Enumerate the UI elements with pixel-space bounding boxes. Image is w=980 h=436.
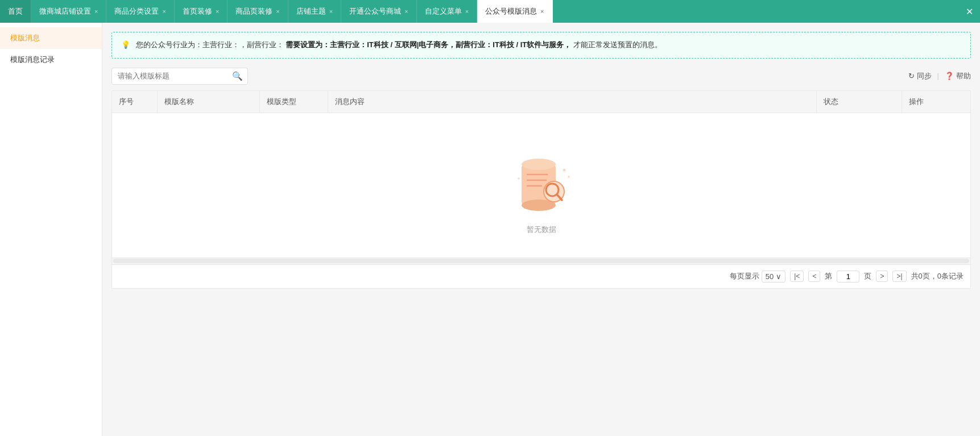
nav-tab-product-page-close[interactable]: × [276,8,279,15]
nav-tab-category-label: 商品分类设置 [114,6,159,16]
scrollbar-row[interactable] [112,258,970,264]
help-label: 帮助 [956,71,971,81]
nav-tab-home-label: 首页 [8,6,23,16]
col-header-status: 状态 [817,91,902,113]
next-page-button[interactable]: > [876,271,888,282]
sidebar-item-template-message[interactable]: 模版消息 [0,27,102,49]
nav-tab-homepage[interactable]: 首页装修 × [175,0,228,23]
svg-point-10 [563,168,565,171]
notice-icon: 💡 [121,40,130,49]
svg-point-11 [568,176,570,178]
page-label-before: 第 [825,271,832,281]
nav-tab-theme[interactable]: 店铺主题 × [288,0,341,23]
toolbar-divider: | [937,72,939,80]
dropdown-arrow-icon: ∨ [776,272,781,281]
table-wrapper: 序号 模版名称 模版类型 消息内容 状态 操作 [111,90,971,289]
first-page-button[interactable]: |< [790,271,804,282]
empty-state: 暂无数据 [112,113,970,258]
nav-tab-open-mall-label: 开通公众号商城 [349,6,401,16]
nav-tab-home[interactable]: 首页 [0,0,31,23]
nav-tab-theme-label: 店铺主题 [296,6,326,16]
nav-tab-category-close[interactable]: × [162,8,166,15]
top-navigation: 首页 微商城店铺设置 × 商品分类设置 × 首页装修 × 商品页装修 × 店铺主… [0,0,980,23]
col-header-content: 消息内容 [328,91,817,113]
nav-tab-open-mall-close[interactable]: × [404,8,408,15]
col-header-index: 序号 [112,91,158,113]
page-number-input[interactable] [837,271,859,283]
empty-text: 暂无数据 [527,225,556,235]
nav-tab-homepage-label: 首页装修 [183,6,212,16]
nav-tab-shop-settings[interactable]: 微商城店铺设置 × [31,0,106,23]
table-header: 序号 模版名称 模版类型 消息内容 状态 操作 [112,91,970,113]
main-layout: 模版消息 模版消息记录 💡 您的公众号行业为：主营行业：，副营行业： 需要设置为… [0,23,980,436]
nav-tab-homepage-close[interactable]: × [216,8,219,15]
sidebar-item-template-message-label: 模版消息 [10,34,40,42]
col-header-type: 模版类型 [260,91,328,113]
nav-tab-custom-menu-label: 自定义菜单 [425,6,462,16]
page-size-select: 每页显示 50 ∨ [730,271,785,283]
sync-label: 同步 [917,71,932,81]
nav-tab-open-mall[interactable]: 开通公众号商城 × [341,0,416,23]
col-header-action: 操作 [902,91,970,113]
empty-state-icon [507,147,576,215]
toolbar-right: ↻ 同步 | ❓ 帮助 [908,71,971,81]
col-header-name: 模版名称 [158,91,260,113]
page-size-label: 每页显示 [730,271,759,281]
help-icon: ❓ [945,72,954,80]
notice-highlight: 需要设置为：主营行业：IT科技 / 互联网|电子商务，副营行业：IT科技 / I… [286,40,571,49]
nav-tab-custom-menu[interactable]: 自定义菜单 × [417,0,477,23]
pagination: 每页显示 50 ∨ |< < 第 页 > >| 共0页，0条记录 [112,264,970,288]
notice-box: 💡 您的公众号行业为：主营行业：，副营行业： 需要设置为：主营行业：IT科技 /… [111,32,971,59]
nav-tab-shop-settings-close[interactable]: × [94,8,98,15]
prev-page-button[interactable]: < [808,271,820,282]
search-box: 🔍 [111,68,248,85]
last-page-button[interactable]: >| [892,271,906,282]
close-all-button[interactable]: ✕ [959,6,980,17]
page-label-after: 页 [864,271,871,281]
sync-button[interactable]: ↻ 同步 [908,71,932,81]
page-size-dropdown[interactable]: 50 ∨ [762,271,785,283]
page-size-value: 50 [766,272,774,281]
total-label: 共0页，0条记录 [911,271,964,281]
scrollbar-track[interactable] [113,259,969,263]
nav-tab-product-page[interactable]: 商品页装修 × [228,0,288,23]
nav-tab-template-message[interactable]: 公众号模版消息 × [477,0,552,23]
sidebar: 模版消息 模版消息记录 [0,23,102,436]
nav-tab-template-message-label: 公众号模版消息 [485,6,537,16]
toolbar: 🔍 ↻ 同步 | ❓ 帮助 [111,68,971,85]
nav-tab-shop-settings-label: 微商城店铺设置 [39,6,91,16]
sync-icon: ↻ [908,72,915,80]
sidebar-item-template-message-record-label: 模版消息记录 [10,55,55,64]
search-button[interactable]: 🔍 [228,68,247,84]
svg-point-2 [522,159,556,170]
nav-tab-product-page-label: 商品页装修 [235,6,272,16]
nav-tab-theme-close[interactable]: × [329,8,333,15]
nav-tab-custom-menu-close[interactable]: × [465,8,469,15]
svg-point-12 [518,177,520,180]
search-input[interactable] [112,69,228,83]
nav-tab-category[interactable]: 商品分类设置 × [106,0,174,23]
notice-suffix: 才能正常发送预置的消息。 [573,40,662,49]
notice-prefix: 您的公众号行业为：主营行业：，副营行业： [136,40,284,49]
nav-tab-template-message-close[interactable]: × [540,8,544,15]
content-area: 💡 您的公众号行业为：主营行业：，副营行业： 需要设置为：主营行业：IT科技 /… [102,23,980,436]
sidebar-item-template-message-record[interactable]: 模版消息记录 [0,49,102,70]
help-button[interactable]: ❓ 帮助 [945,71,971,81]
